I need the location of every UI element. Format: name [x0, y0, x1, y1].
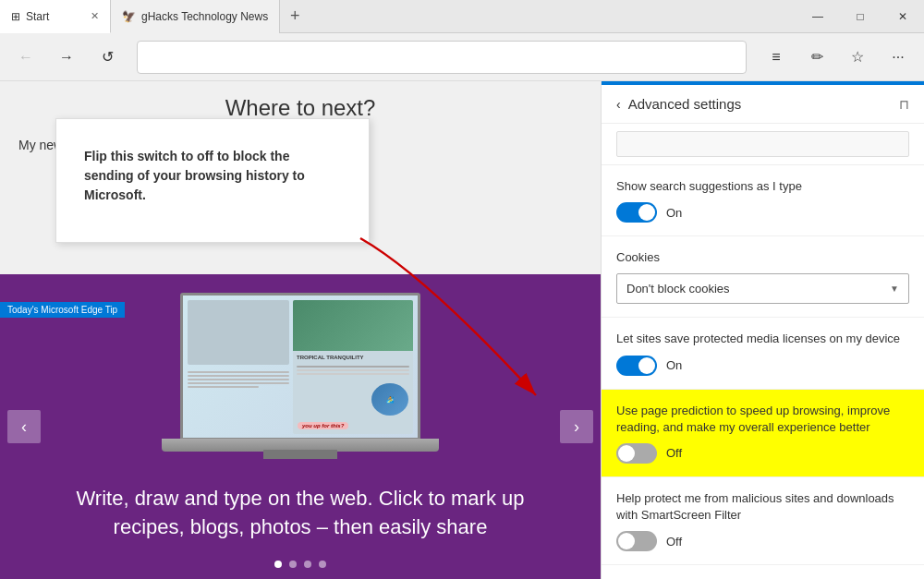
dropdown-arrow-icon: ▼ [890, 283, 899, 294]
search-suggestions-toggle-label: On [666, 206, 682, 220]
protected-media-toggle-label: On [666, 358, 682, 372]
edge-tip-label: Today's Microsoft Edge Tip [7, 305, 117, 315]
scroll-hint-bar [616, 131, 909, 157]
ghacks-tab-label: gHacks Technology News [141, 10, 268, 23]
start-tab-icon: ⊞ [11, 10, 20, 23]
title-bar: ⊞ Start ✕ 🦅 gHacks Technology News + — □… [0, 0, 924, 33]
close-button[interactable]: ✕ [881, 0, 924, 33]
toggle-thumb-4 [618, 533, 635, 549]
search-suggestions-toggle-row: On [616, 202, 909, 223]
page-prediction-label: Use page prediction to speed up browsing… [616, 403, 909, 436]
restore-button[interactable]: □ [839, 0, 881, 33]
edge-tip-badge: Today's Microsoft Edge Tip [0, 302, 125, 318]
smartscreen-toggle-row: Off [616, 531, 909, 551]
start-tab-label: Start [26, 10, 49, 23]
panel-back-button[interactable]: ‹ [616, 97, 621, 112]
page-prediction-toggle-row: Off [616, 443, 909, 464]
page-prediction-toggle-label: Off [666, 446, 682, 460]
search-suggestions-label: Show search suggestions as I type [616, 178, 909, 195]
tooltip-popup: Flip this switch to off to block the sen… [55, 118, 370, 243]
more-button[interactable]: ··· [880, 39, 917, 76]
panel-header: ‹ Advanced settings ⊓ [602, 85, 924, 124]
smartscreen-setting: Help protect me from malicious sites and… [602, 477, 924, 565]
web-note-button[interactable]: ✏ [798, 39, 835, 76]
ghacks-tab-icon: 🦅 [122, 10, 136, 23]
main-area: Where to next? My news feed powered by M… [0, 81, 924, 579]
toolbar-right-buttons: ≡ ✏ ☆ ··· [758, 39, 917, 76]
red-arrow [351, 229, 573, 417]
menu-button[interactable]: ≡ [758, 39, 795, 76]
toggle-thumb-2 [638, 357, 655, 374]
smartscreen-toggle-label: Off [666, 535, 682, 549]
smartscreen-label: Help protect me from malicious sites and… [616, 490, 909, 524]
panel-pin-button[interactable]: ⊓ [899, 97, 909, 112]
window-controls: — □ ✕ [796, 0, 924, 33]
protected-media-setting: Let sites save protected media licenses … [602, 318, 924, 389]
page-prediction-setting: Use page prediction to speed up browsing… [602, 390, 924, 477]
protected-media-label: Let sites save protected media licenses … [616, 331, 909, 347]
favorites-button[interactable]: ☆ [839, 39, 876, 76]
panel-scroll-hint [602, 124, 924, 165]
search-suggestions-setting: Show search suggestions as I type On [602, 165, 924, 236]
tab-start[interactable]: ⊞ Start ✕ [0, 0, 111, 33]
tab-ghacks[interactable]: 🦅 gHacks Technology News [111, 0, 280, 33]
left-content: Where to next? My news feed powered by M… [0, 81, 601, 579]
address-bar[interactable] [137, 41, 747, 74]
laptop-stand [263, 450, 337, 459]
cookies-setting: Cookies Don't block cookies ▼ [602, 236, 924, 318]
toggle-thumb [638, 204, 655, 221]
carousel-dot-3[interactable] [304, 561, 311, 568]
cookies-label: Cookies [616, 249, 909, 266]
carousel-prev-button[interactable]: ‹ [7, 410, 41, 443]
toggle-thumb-3 [618, 445, 635, 462]
tooltip-text: Flip this switch to off to block the sen… [84, 147, 341, 205]
cookies-dropdown-value: Don't block cookies [626, 282, 730, 296]
panel-title: Advanced settings [628, 96, 892, 112]
carousel-caption: Write, draw and type on the web. Click t… [0, 485, 601, 542]
carousel-dot-1[interactable] [274, 561, 282, 568]
carousel-dot-2[interactable] [289, 561, 297, 568]
carousel-dots [0, 561, 601, 568]
protected-media-toggle[interactable] [616, 356, 657, 376]
page-prediction-toggle[interactable] [616, 443, 657, 464]
refresh-button[interactable]: ↺ [89, 39, 126, 76]
cookies-dropdown[interactable]: Don't block cookies ▼ [616, 273, 909, 304]
forward-button[interactable]: → [48, 39, 85, 76]
new-tab-button[interactable]: + [280, 0, 310, 33]
panel-content: Show search suggestions as I type On Coo… [602, 165, 924, 579]
carousel-dot-4[interactable] [319, 561, 326, 568]
tab-close-start[interactable]: ✕ [91, 10, 99, 22]
minimize-button[interactable]: — [796, 0, 839, 33]
smartscreen-toggle[interactable] [616, 531, 657, 551]
advanced-settings-panel: ‹ Advanced settings ⊓ Show search sugges… [601, 81, 924, 579]
protected-media-toggle-row: On [616, 356, 909, 376]
toolbar: ← → ↺ ≡ ✏ ☆ ··· [0, 33, 924, 81]
search-suggestions-toggle[interactable] [616, 202, 657, 223]
back-button[interactable]: ← [7, 39, 44, 76]
